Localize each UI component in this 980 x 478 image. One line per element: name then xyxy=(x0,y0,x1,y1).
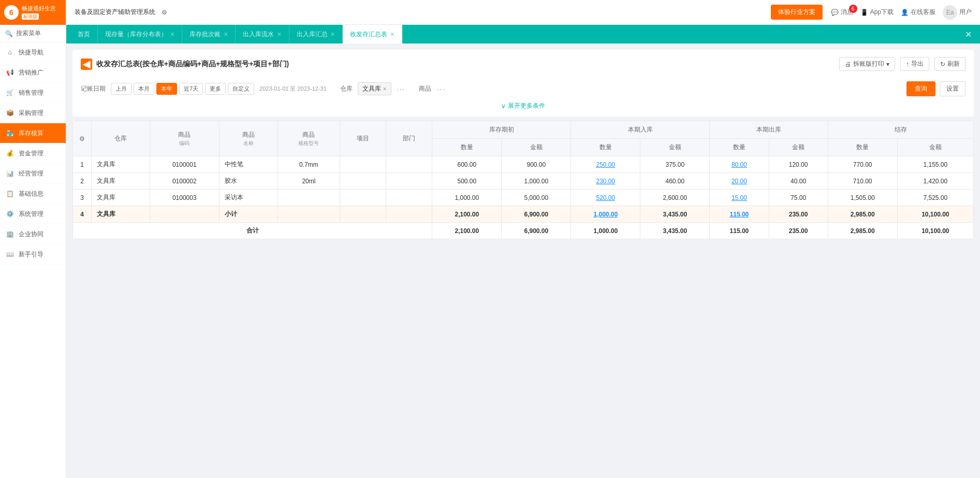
cur-year-btn[interactable]: 本年 xyxy=(156,83,177,95)
header-actions: 体验行业方案 💬 消息 6 📱 App下载 👤 在线客服 Ea 用户 xyxy=(771,5,972,20)
footer-open-amt: 6,900.00 xyxy=(502,223,571,239)
content-area: ◀ 收发存汇总表(按仓库+商品编码+商品+规格型号+项目+部门) 🖨 拆账版打印… xyxy=(66,44,980,478)
sidebar-item-purchase[interactable]: 📦 采购管理 xyxy=(0,103,66,123)
header-left: 装备及固定资产辅助管理系统 ⚙ xyxy=(75,8,167,17)
logo-icon: 6 xyxy=(4,5,19,20)
sidebar-item-basic[interactable]: 📋 基础信息 xyxy=(0,184,66,204)
footer-open-qty: 2,100.00 xyxy=(432,223,502,239)
tab-bar-close-button[interactable]: ✕ xyxy=(961,30,976,39)
service-icon: 👤 xyxy=(901,9,909,16)
export-icon: ↑ xyxy=(906,61,909,68)
user-item[interactable]: Ea 用户 xyxy=(943,5,972,20)
collapse-button[interactable]: ◀ xyxy=(81,59,92,70)
footer-in-amt: 3,435.00 xyxy=(640,223,710,239)
7days-btn[interactable]: 近7天 xyxy=(179,83,203,95)
warehouse-more-button[interactable]: ··· xyxy=(397,85,406,93)
sidebar-item-finance[interactable]: 💰 资金管理 xyxy=(0,143,66,164)
sidebar-item-system[interactable]: ⚙️ 系统管理 xyxy=(0,204,66,224)
print-button[interactable]: 🖨 拆账版打印 ▾ xyxy=(839,57,895,71)
th-product-name: 商品名称 xyxy=(219,121,277,156)
system-icon: ⚙️ xyxy=(5,209,14,219)
sidebar-item-guide[interactable]: 📖 新手引导 xyxy=(0,244,66,265)
sales-icon: 🛒 xyxy=(5,88,14,97)
th-open-qty: 数量 xyxy=(432,139,502,156)
app-icon: 📱 xyxy=(860,9,868,16)
tab-close-stock-summary[interactable]: × xyxy=(331,30,335,38)
message-item[interactable]: 💬 消息 6 xyxy=(831,8,853,17)
tab-home[interactable]: 首页 xyxy=(70,25,98,44)
th-out-amt: 金额 xyxy=(769,139,828,156)
system-name: 装备及固定资产辅助管理系统 xyxy=(75,8,155,17)
data-table: ⚙ 仓库 商品编码 商品名称 商品规格型号 项目 部门 库存期初 本期入库 本期… xyxy=(72,121,974,239)
prev-month-btn[interactable]: 上月 xyxy=(111,83,131,95)
enterprise-icon: 🏢 xyxy=(5,229,14,239)
sidebar-item-enterprise[interactable]: 🏢 企业协同 xyxy=(0,224,66,244)
operations-icon: 📊 xyxy=(5,169,14,178)
data-table-container: ⚙ 仓库 商品编码 商品名称 商品规格型号 项目 部门 库存期初 本期入库 本期… xyxy=(72,121,974,239)
tab-stock-dist[interactable]: 现存量（库存分布表） × xyxy=(98,25,182,44)
table-row: 1文具库0100001中性笔0.7mm600.00900.00250.00375… xyxy=(73,156,974,173)
custom-date-btn[interactable]: 自定义 xyxy=(228,83,254,95)
tab-close-receive-summary[interactable]: × xyxy=(390,30,394,38)
tab-stock-flow[interactable]: 出入库流水 × xyxy=(236,25,289,44)
online-service-item[interactable]: 👤 在线客服 xyxy=(901,8,935,17)
sidebar-logo: 6 畅捷通好生意 标准版 xyxy=(0,0,66,25)
tab-close-stock-dist[interactable]: × xyxy=(170,30,174,38)
header-icon-group: 💬 消息 6 📱 App下载 👤 在线客服 Ea 用户 xyxy=(831,5,972,20)
sidebar-item-sales[interactable]: 🛒 销售管理 xyxy=(0,83,66,103)
table-row: 3文具库0100003采访本1,000.005,000.00520.002,60… xyxy=(73,190,974,206)
sidebar: 6 畅捷通好生意 标准版 🔍 搜索菜单 ⌂ 快捷导航 📢 营销推广 🛒 销售管理… xyxy=(0,0,66,478)
table-row: 2文具库0100002胶水20ml500.001,000.00230.00460… xyxy=(73,173,974,190)
sidebar-item-inventory[interactable]: 🏪 库存核算 xyxy=(0,123,66,143)
tab-receive-summary[interactable]: 收发存汇总表 × xyxy=(343,25,402,44)
tab-close-stock-flow[interactable]: × xyxy=(277,30,281,38)
table-row: 4文具库小计2,100.006,900.001,000.003,435.0011… xyxy=(73,206,974,223)
th-product-spec: 商品规格型号 xyxy=(277,121,340,156)
sidebar-item-quick-nav[interactable]: ⌂ 快捷导航 xyxy=(0,42,66,63)
filter-settings-button[interactable]: 设置 xyxy=(940,81,966,96)
export-button[interactable]: ↑ 导出 xyxy=(900,57,929,71)
refresh-button[interactable]: ↻ 刷新 xyxy=(934,57,966,71)
more-date-btn[interactable]: 更多 xyxy=(205,83,226,95)
date-buttons: 上月 本月 本年 近7天 更多 自定义 xyxy=(111,83,254,95)
guide-icon: 📖 xyxy=(5,250,14,259)
home-icon: ⌂ xyxy=(5,48,14,57)
search-menu[interactable]: 🔍 搜索菜单 xyxy=(0,25,66,42)
footer-out-amt: 235.00 xyxy=(769,223,828,239)
report-top-actions: 🖨 拆账版打印 ▾ ↑ 导出 ↻ 刷新 xyxy=(839,57,966,71)
chevron-down-small-icon: ∨ xyxy=(501,103,506,110)
filter-action-buttons: 查询 设置 xyxy=(906,81,966,96)
app-download-item[interactable]: 📱 App下载 xyxy=(860,8,894,17)
goods-more-button[interactable]: ··· xyxy=(436,85,446,93)
query-button[interactable]: 查询 xyxy=(906,81,935,96)
try-industry-button[interactable]: 体验行业方案 xyxy=(771,5,823,20)
th-closing: 结存 xyxy=(828,121,973,139)
th-close-amt: 金额 xyxy=(897,139,973,156)
th-in-qty: 数量 xyxy=(571,139,640,156)
tab-stock-summary[interactable]: 出入库汇总 × xyxy=(289,25,343,44)
chevron-down-icon: ▾ xyxy=(886,61,889,68)
warehouse-tag: 文具库 × xyxy=(358,82,391,95)
th-project: 项目 xyxy=(340,121,386,156)
sidebar-item-operations[interactable]: 📊 经营管理 xyxy=(0,164,66,184)
search-icon: 🔍 xyxy=(5,30,13,37)
main-area: 装备及固定资产辅助管理系统 ⚙ 体验行业方案 💬 消息 6 📱 App下载 👤 … xyxy=(66,0,980,478)
date-range-text: 2023-01-01 至 2023-12-31 xyxy=(259,85,327,93)
tab-batch-ledger[interactable]: 库存批次账 × xyxy=(182,25,236,44)
th-stock-out: 本期出库 xyxy=(710,121,828,139)
settings-gear-icon[interactable]: ⚙ xyxy=(162,9,167,16)
tab-close-batch-ledger[interactable]: × xyxy=(224,30,228,38)
warehouse-tag-close[interactable]: × xyxy=(383,85,387,93)
goods-label: 商品 xyxy=(419,84,431,93)
cur-month-btn[interactable]: 本月 xyxy=(134,83,154,95)
finance-icon: 💰 xyxy=(5,149,14,158)
sidebar-item-marketing[interactable]: 📢 营销推广 xyxy=(0,63,66,83)
footer-close-qty: 2,985.00 xyxy=(828,223,897,239)
report-title: 收发存汇总表(按仓库+商品编码+商品+规格型号+项目+部门) xyxy=(96,60,289,69)
footer-out-qty: 115.00 xyxy=(710,223,769,239)
date-label: 记账日期 xyxy=(81,84,106,93)
footer-total-label: 合计 xyxy=(73,223,432,239)
th-close-qty: 数量 xyxy=(828,139,897,156)
expand-conditions-button[interactable]: ∨ 展开更多条件 xyxy=(501,102,545,110)
footer-close-amt: 10,100.00 xyxy=(897,223,973,239)
